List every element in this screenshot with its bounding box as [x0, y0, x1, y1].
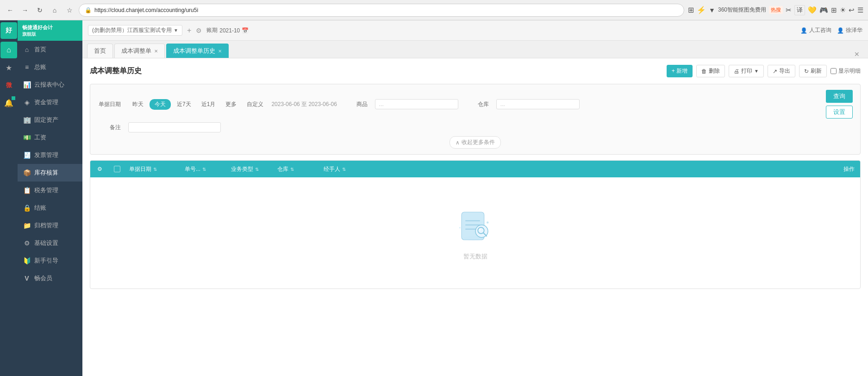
sidebar-item-invoice[interactable]: 🧾 发票管理 [18, 146, 82, 164]
refresh-button[interactable]: ↻ [34, 5, 45, 16]
tab-cost-adjust-history-close[interactable]: ✕ [218, 49, 222, 54]
settings-gear-icon[interactable]: ⚙ [196, 27, 202, 34]
date-option-today[interactable]: 今天 [150, 99, 171, 110]
th-warehouse[interactable]: 仓库 ⇅ [274, 165, 320, 173]
sidebar-item-label: 畅会员 [34, 274, 52, 282]
settings-icon: ⚙ [23, 239, 31, 247]
sidebar-item-member[interactable]: V 畅会员 [18, 269, 82, 287]
th-handler[interactable]: 经手人 ⇅ [320, 165, 375, 173]
game-icon[interactable]: 🎮 [819, 6, 828, 14]
home-button[interactable]: ⌂ [49, 5, 60, 16]
period-label: 账期 [206, 26, 218, 34]
tab-home[interactable]: 首页 [87, 44, 113, 58]
remark-input[interactable] [128, 122, 221, 132]
th-actions: 操作 [838, 165, 860, 173]
service-label: 人工咨询 [809, 26, 831, 34]
tab-cost-adjust[interactable]: 成本调整单 ✕ [114, 44, 165, 58]
collapse-btn[interactable]: ∧ 收起更多条件 [450, 136, 501, 149]
th-settings[interactable]: ⚙ [90, 166, 109, 172]
print-icon: 🖨 [734, 68, 739, 75]
tab-cost-adjust-history-label: 成本调整单历史 [173, 47, 215, 55]
forward-button[interactable]: → [19, 5, 31, 16]
back-button[interactable]: ← [5, 5, 16, 16]
bookmark-button[interactable]: ☆ [64, 5, 75, 16]
icon-bar: 好 ⌂ ★ 微 🔔 [0, 20, 18, 376]
delete-button[interactable]: 🗑 删除 [696, 65, 725, 77]
dropdown-arrow[interactable]: ▼ [709, 6, 715, 14]
account-selector[interactable]: (勿删勿禁用）江西服宝测试专用 ▼ [88, 25, 182, 36]
warehouse-select[interactable]: ... [496, 99, 580, 109]
product-select[interactable]: ... [375, 99, 458, 109]
wallet-icon[interactable]: 💛 [808, 6, 817, 14]
undo-icon[interactable]: ↩ [849, 6, 855, 14]
menu-icon[interactable]: ☰ [857, 6, 863, 14]
date-option-yesterday[interactable]: 昨天 [128, 99, 148, 110]
sidebar-item-ledger[interactable]: ≡ 总账 [18, 58, 82, 76]
url-bar[interactable]: 🔒 https://cloud.chanjet.com/accounting/u… [79, 4, 684, 17]
query-button[interactable]: 查询 [826, 90, 853, 103]
new-button[interactable]: + 新增 [667, 65, 693, 77]
date-option-custom[interactable]: 自定义 [243, 99, 268, 110]
th-type-label: 业务类型 [231, 165, 253, 173]
print-button[interactable]: 🖨 打印 ▼ [729, 65, 764, 77]
th-type[interactable]: 业务类型 ⇅ [227, 165, 274, 173]
date-option-last7days[interactable]: 近7天 [173, 99, 195, 110]
guide-icon: 🔰 [23, 257, 31, 264]
column-settings-icon[interactable]: ⚙ [97, 166, 102, 172]
sidebar-item-reports[interactable]: 📊 云报表中心 [18, 76, 82, 94]
grid-icon[interactable]: ⊞ [831, 6, 837, 14]
sidebar-item-settings[interactable]: ⚙ 基础设置 [18, 234, 82, 252]
th-checkbox[interactable] [109, 166, 125, 172]
sidebar-item-payroll[interactable]: 💵 工资 [18, 129, 82, 146]
icon-bar-star[interactable]: ★ [0, 59, 17, 76]
filter-area: 单据日期 昨天 今天 近7天 近1月 更多 自定义 2023-06-06 至 2… [90, 84, 861, 155]
translate-icon[interactable]: 译 [794, 5, 805, 15]
sidebar-nav: ⌂ 首页 ≡ 总账 📊 云报表中心 ◈ 资金管理 🏢 固定资产 💵 工资 [18, 41, 82, 376]
sidebar-item-label: 基础设置 [34, 239, 58, 247]
tab-cost-adjust-history[interactable]: 成本调整单历史 ✕ [166, 44, 229, 58]
sidebar-item-funds[interactable]: ◈ 资金管理 [18, 94, 82, 111]
url-text: https://cloud.chanjet.com/accounting/uru… [94, 7, 198, 13]
add-account-btn[interactable]: + [187, 26, 191, 35]
date-option-more[interactable]: 更多 [221, 99, 241, 110]
sidebar-item-home[interactable]: ⌂ 首页 [18, 41, 82, 58]
th-date[interactable]: 单据日期 ⇅ [125, 165, 181, 173]
calendar-icon[interactable]: 📅 [242, 27, 249, 34]
service-btn[interactable]: 👤 人工咨询 [800, 26, 831, 34]
print-label: 打印 [741, 67, 752, 75]
refresh-button[interactable]: ↻ 刷新 [799, 65, 827, 77]
export-button[interactable]: ↗ 导出 [768, 65, 795, 77]
filter-settings-button[interactable]: 设置 [826, 106, 853, 119]
icon-bar-notification[interactable]: 🔔 [0, 94, 17, 111]
user-profile[interactable]: 👤 徐泽华 [837, 26, 862, 34]
sidebar-item-close-period[interactable]: 🔒 结账 [18, 199, 82, 217]
product-placeholder: ... [379, 101, 384, 107]
show-detail-label[interactable]: 显示明细 [831, 67, 861, 75]
tab-cost-adjust-close[interactable]: ✕ [154, 49, 158, 54]
icon-bar-weibo[interactable]: 微 [0, 77, 17, 94]
close-period-icon: 🔒 [23, 204, 31, 212]
select-all-checkbox[interactable] [114, 166, 120, 172]
th-type-sort-icon: ⇅ [255, 167, 259, 172]
icon-bar-home[interactable]: ⌂ [0, 42, 17, 58]
archive-icon: 📁 [23, 222, 31, 229]
th-no[interactable]: 单号... ⇅ [181, 165, 227, 173]
sidebar-item-tax[interactable]: 📋 税务管理 [18, 182, 82, 199]
sidebar-item-archive[interactable]: 📁 归档管理 [18, 217, 82, 234]
app-container: 好 ⌂ ★ 微 🔔 畅捷通好会计 旗舰版 ⌂ 首页 ≡ 总账 [0, 20, 868, 376]
date-option-last1month[interactable]: 近1月 [197, 99, 220, 110]
extensions-icon[interactable]: ⊞ [688, 6, 694, 14]
hot-label: 热搜 [769, 6, 783, 14]
brightness-icon[interactable]: ☀ [840, 6, 846, 14]
sidebar-item-fixed-assets[interactable]: 🏢 固定资产 [18, 111, 82, 129]
sidebar-item-inventory[interactable]: 📦 库存核算 [18, 164, 82, 182]
lightning-icon[interactable]: ⚡ [697, 6, 706, 14]
export-label: 导出 [779, 67, 790, 75]
page-actions: + 新增 🗑 删除 🖨 打印 ▼ ↗ 导出 ↻ [667, 65, 861, 77]
tab-bar-close-all[interactable]: ✕ [850, 50, 863, 58]
scissors-icon[interactable]: ✂ [786, 6, 792, 14]
member-icon: V [23, 275, 31, 282]
th-date-label: 单据日期 [129, 165, 151, 173]
sidebar-item-guide[interactable]: 🔰 新手引导 [18, 252, 82, 269]
show-detail-checkbox[interactable] [831, 68, 837, 74]
